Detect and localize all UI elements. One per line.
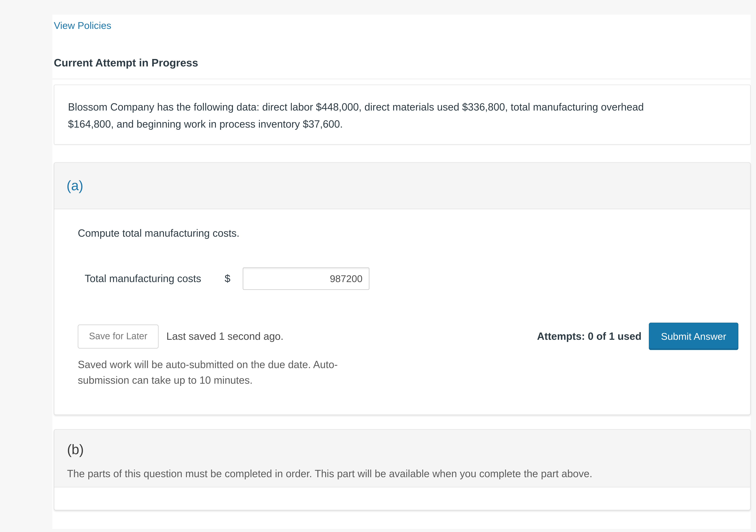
save-for-later-button[interactable]: Save for Later <box>78 324 158 348</box>
submit-answer-button[interactable]: Submit Answer <box>649 323 738 350</box>
part-a-card: (a) Compute total manufacturing costs. T… <box>54 162 750 415</box>
part-b-locked-message: The parts of this question must be compl… <box>67 468 738 480</box>
last-saved-text: Last saved 1 second ago. <box>166 331 284 342</box>
attempts-counter: Attempts: 0 of 1 used <box>537 331 641 342</box>
question-text-line: Blossom Company has the following data: … <box>68 98 736 115</box>
autosave-note-line: Saved work will be auto-submitted on the… <box>78 357 738 372</box>
part-a-body: Compute total manufacturing costs. Total… <box>54 209 750 415</box>
answer-input[interactable] <box>243 267 369 290</box>
currency-symbol: $ <box>225 273 230 285</box>
page: View Policies Current Attempt in Progres… <box>0 0 756 532</box>
assignment-content-area: View Policies Current Attempt in Progres… <box>52 15 750 529</box>
save-row: Save for Later Last saved 1 second ago. … <box>78 323 738 350</box>
question-card: Blossom Company has the following data: … <box>54 85 750 145</box>
answer-row: Total manufacturing costs $ <box>85 267 738 290</box>
content-inner: View Policies Current Attempt in Progres… <box>52 15 749 510</box>
part-a-header: (a) <box>54 163 750 209</box>
autosave-note-line: submission can take up to 10 minutes. <box>78 372 738 388</box>
question-text-line: $164,800, and beginning work in process … <box>68 115 736 133</box>
page-title: Current Attempt in Progress <box>54 56 749 70</box>
part-b-section-label: (b) <box>67 442 738 458</box>
part-b-card: (b) The parts of this question must be c… <box>54 429 750 510</box>
autosave-note: Saved work will be auto-submitted on the… <box>78 357 738 388</box>
part-a-section-label[interactable]: (a) <box>67 178 83 193</box>
part-a-prompt: Compute total manufacturing costs. <box>78 226 738 240</box>
title-divider <box>52 79 750 79</box>
part-b-body <box>54 487 750 510</box>
save-row-right: Attempts: 0 of 1 used Submit Answer <box>537 323 738 350</box>
answer-field-label: Total manufacturing costs <box>85 273 201 285</box>
part-b-header: (b) The parts of this question must be c… <box>54 430 750 487</box>
view-policies-link[interactable]: View Policies <box>54 19 111 32</box>
